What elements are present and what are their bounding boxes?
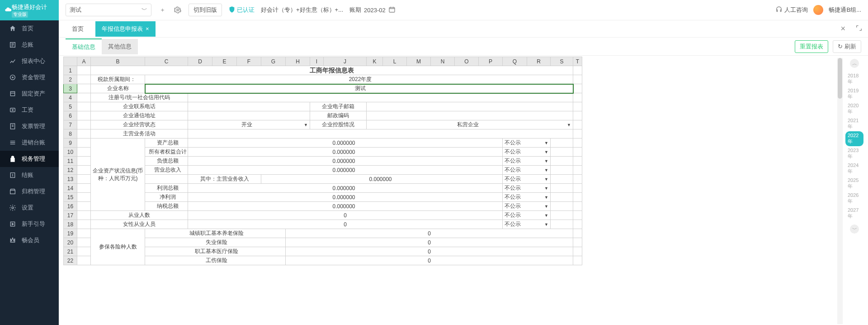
column-header[interactable]: I	[310, 57, 324, 66]
column-header[interactable]: Q	[503, 57, 527, 66]
sidebar-item-asset[interactable]: 固定资产	[0, 86, 59, 102]
fund-icon	[9, 74, 16, 81]
column-header[interactable]: C	[145, 57, 188, 66]
column-header[interactable]: R	[527, 57, 551, 66]
close-icon[interactable]: ×	[146, 25, 149, 32]
tab-home[interactable]: 首页	[66, 21, 90, 37]
insure-group: 参保各险种人数	[91, 229, 145, 265]
support-link[interactable]: 人工咨询	[775, 6, 808, 14]
spreadsheet[interactable]: ABCDEFGHIJKLMNOPQRST 1工商年报信息表 2税款所属期间：20…	[63, 57, 841, 325]
svg-rect-2	[10, 91, 14, 96]
sidebar-item-vip[interactable]: 畅会员	[0, 232, 59, 249]
column-header[interactable]: F	[237, 57, 261, 66]
sidebar-item-close[interactable]: 结账	[0, 167, 59, 183]
column-header[interactable]: N	[431, 57, 455, 66]
column-header[interactable]: L	[383, 57, 407, 66]
invoice-icon	[9, 123, 16, 130]
year-option[interactable]: 2024年	[845, 161, 863, 176]
refresh-icon: ↻	[838, 43, 843, 50]
column-header[interactable]: B	[91, 57, 145, 66]
company-select[interactable]: 测试 ﹀	[66, 4, 151, 16]
year-option[interactable]: 2020年	[845, 101, 863, 116]
holding-select[interactable]: 私营企业▼	[367, 120, 573, 129]
year-up-icon[interactable]: ︿	[850, 59, 859, 68]
column-header[interactable]: M	[407, 57, 431, 66]
vertical-scrollbar[interactable]	[837, 58, 843, 324]
archive-icon	[9, 188, 16, 195]
headset-icon	[775, 6, 783, 14]
regno-value[interactable]	[188, 93, 573, 102]
subtab-basic[interactable]: 基础信息	[66, 38, 102, 55]
column-header[interactable]: P	[479, 57, 503, 66]
column-header[interactable]: A	[77, 57, 91, 66]
sidebar-item-label: 工资	[22, 106, 33, 114]
refresh-button[interactable]: ↻ 刷新	[833, 40, 861, 53]
column-header[interactable]: J	[324, 57, 367, 66]
svg-point-10	[177, 9, 179, 11]
verified-badge: 已认证	[228, 6, 255, 14]
column-header[interactable]: T	[573, 57, 582, 66]
sidebar-item-guide[interactable]: 新手引导	[0, 216, 59, 232]
year-rail: ︿ 2018年2019年2020年2021年2022年2023年2024年202…	[845, 59, 863, 234]
column-header[interactable]: S	[551, 57, 573, 66]
sidebar-item-salary[interactable]: 工资	[0, 102, 59, 118]
expand-icon[interactable]	[855, 24, 863, 33]
year-option[interactable]: 2018年	[845, 72, 863, 86]
column-header[interactable]: D	[188, 57, 212, 66]
brand-name: 畅捷通好会计	[12, 3, 47, 11]
svg-rect-11	[389, 7, 395, 12]
topbar: 测试 ﹀ ＋ 切到旧版 已认证 好会计（专）+好生意（标）+... 账期 202…	[59, 0, 868, 20]
user-name[interactable]: 畅捷通B组...	[829, 6, 861, 14]
ledger-icon	[9, 41, 16, 48]
report-icon	[9, 57, 16, 65]
column-header[interactable]: K	[367, 57, 383, 66]
sidebar-item-label: 固定资产	[22, 90, 45, 98]
salary-icon	[9, 106, 16, 114]
sidebar-item-archive[interactable]: 归档管理	[0, 183, 59, 200]
add-icon[interactable]: ＋	[158, 5, 167, 14]
reset-button[interactable]: 重置报表	[795, 40, 828, 53]
chevron-down-icon: ▼	[567, 123, 571, 127]
year-option[interactable]: 2019年	[845, 86, 863, 101]
year-option[interactable]: 2027年	[845, 206, 863, 221]
sidebar-item-fund[interactable]: 资金管理	[0, 69, 59, 86]
sidebar-item-home[interactable]: 首页	[0, 20, 59, 37]
gear-icon[interactable]	[173, 5, 182, 14]
year-down-icon[interactable]: ﹀	[850, 225, 859, 234]
sidebar-item-settings[interactable]: 设置	[0, 200, 59, 216]
page-tabs: 首页 年报信息申报表 × ×	[59, 20, 868, 38]
year-option[interactable]: 2022年	[845, 131, 863, 146]
shield-icon	[228, 6, 236, 14]
sidebar-item-ledger[interactable]: 总账	[0, 37, 59, 53]
company-value-cell[interactable]: 测试	[145, 84, 573, 93]
column-header[interactable]	[64, 57, 77, 66]
year-option[interactable]: 2021年	[845, 116, 863, 131]
year-option[interactable]: 2026年	[845, 191, 863, 206]
settings-icon	[9, 204, 16, 211]
chevron-down-icon: ▼	[304, 123, 308, 127]
avatar[interactable]	[813, 5, 823, 15]
asset-icon	[9, 90, 16, 97]
sidebar-item-invoice[interactable]: 发票管理	[0, 118, 59, 134]
year-option[interactable]: 2023年	[845, 146, 863, 161]
sidebar: 畅捷通好会计 专业版 首页总账报表中心资金管理固定资产工资发票管理进销台账税务管…	[0, 0, 59, 325]
period-value-cell[interactable]: 2022年度	[145, 75, 573, 84]
close-all-icon[interactable]: ×	[840, 24, 845, 33]
status-select[interactable]: 开业▼	[188, 120, 310, 129]
sidebar-item-report[interactable]: 报表中心	[0, 53, 59, 69]
column-header[interactable]: H	[286, 57, 310, 66]
guide-icon	[9, 220, 16, 228]
tab-annual-report[interactable]: 年报信息申报表 ×	[95, 21, 156, 37]
sidebar-item-stock[interactable]: 进销台账	[0, 134, 59, 151]
sidebar-item-tax[interactable]: 税务管理	[0, 151, 59, 167]
switch-old-button[interactable]: 切到旧版	[189, 4, 222, 16]
year-option[interactable]: 2025年	[845, 176, 863, 191]
subtab-other[interactable]: 其他信息	[102, 39, 138, 54]
sidebar-item-label: 结账	[22, 171, 33, 179]
period-select[interactable]: 账期 2023-02	[349, 6, 396, 14]
column-header[interactable]: G	[261, 57, 286, 66]
sidebar-item-label: 税务管理	[22, 155, 45, 163]
column-header[interactable]: E	[212, 57, 237, 66]
column-header[interactable]: O	[455, 57, 479, 66]
svg-point-8	[12, 207, 14, 209]
